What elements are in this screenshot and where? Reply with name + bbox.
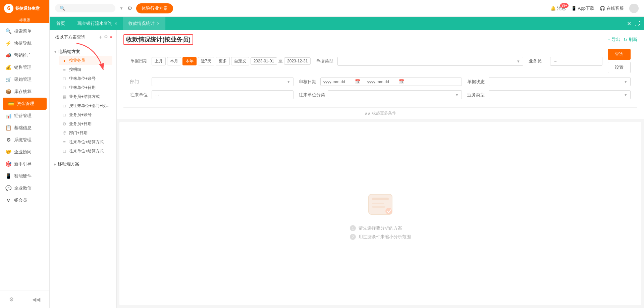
date-to-input[interactable]: 2023-12-31 bbox=[284, 57, 311, 65]
sidebar-item-smart-hw[interactable]: 📱 智能硬件 bbox=[0, 170, 49, 182]
sidebar-item-search[interactable]: 🔍 搜索菜单 bbox=[0, 25, 49, 37]
scheme-item-partner-settlement2[interactable]: □ 往来单位+结算方式 bbox=[59, 147, 112, 156]
scheme-item-by-detail-label: 按明细 bbox=[69, 67, 81, 72]
topbar-search-box[interactable]: 🔍 bbox=[55, 4, 115, 12]
partner-date-icon: □ bbox=[62, 85, 67, 91]
smart-hw-icon: 📱 bbox=[5, 173, 11, 179]
scheme-item-dept-date[interactable]: ⏱ 部门+日期 bbox=[59, 129, 112, 138]
filter-doc-status-select[interactable]: ▾ bbox=[489, 77, 631, 86]
scheme-collapse-btn[interactable]: « bbox=[110, 34, 112, 40]
app-download-label: App下载 bbox=[578, 5, 594, 11]
date-btn-this-month[interactable]: 本月 bbox=[167, 57, 181, 65]
app-download-btn[interactable]: 📱 App下载 bbox=[571, 5, 594, 11]
salesman-date-icon: ⚙ bbox=[62, 121, 67, 127]
edition-label: 标准版 bbox=[0, 17, 49, 23]
filter-salesman-input[interactable]: ··· bbox=[550, 57, 602, 66]
scheme-item-by-detail[interactable]: ≡ 按明细 bbox=[59, 65, 112, 74]
filter-partner-type-select[interactable]: ▾ bbox=[328, 90, 462, 99]
sidebar-collapse-btn[interactable]: ◀◀ bbox=[30, 294, 42, 305]
tab-receipts[interactable]: 收款情况统计 ✕ bbox=[123, 17, 165, 30]
date-range-dash: — bbox=[362, 79, 366, 84]
tab-receipts-close[interactable]: ✕ bbox=[157, 21, 160, 26]
scheme-item-by-salesman[interactable]: ● 按业务员 bbox=[59, 56, 112, 65]
tab-cashflow-close[interactable]: ✕ bbox=[114, 21, 117, 26]
svg-point-5 bbox=[385, 208, 392, 214]
sidebar-label-quick-nav: 快捷导航 bbox=[14, 40, 32, 46]
marketing-icon: 📣 bbox=[5, 52, 11, 58]
scheme-item-salesman-date[interactable]: ⚙ 业务员+日期 bbox=[59, 119, 112, 129]
scheme-item-salesman-settlement[interactable]: ▦ 业务员+结算方式 bbox=[59, 92, 112, 101]
scheme-item-partner-date[interactable]: □ 往来单位+日期 bbox=[59, 83, 112, 92]
date-btn-more[interactable]: 更多 bbox=[216, 57, 230, 65]
filter-partner-input[interactable]: ··· bbox=[152, 90, 293, 99]
sidebar-item-quick-nav[interactable]: ⚡ 快捷导航 bbox=[0, 37, 49, 49]
query-btn[interactable]: 查询 bbox=[608, 49, 631, 60]
export-btn[interactable]: ↑ 导出 bbox=[608, 37, 621, 43]
sidebar-item-system[interactable]: ⚙ 系统管理 bbox=[0, 134, 49, 146]
tab-receipts-label: 收款情况统计 bbox=[128, 20, 155, 27]
export-icon: ↑ bbox=[608, 37, 610, 42]
filter-partner-type-item: 往来单位分类 ▾ bbox=[299, 90, 462, 99]
date-btn-this-year[interactable]: 本年 bbox=[182, 57, 197, 65]
date-btn-last-month[interactable]: 上月 bbox=[152, 57, 166, 65]
sidebar-item-member[interactable]: V 畅会员 bbox=[0, 194, 49, 206]
refresh-btn[interactable]: ↻ 刷新 bbox=[624, 37, 637, 43]
user-avatar[interactable] bbox=[629, 4, 639, 13]
sidebar-item-finance[interactable]: 💳 资金管理 bbox=[3, 98, 47, 110]
tab-home-label: 首页 bbox=[56, 20, 65, 27]
topbar-dropdown[interactable]: ▼ bbox=[119, 6, 123, 11]
date-btn-custom[interactable]: 自定义 bbox=[231, 57, 249, 65]
scheme-item-salesman-account[interactable]: □ 业务员+账号 bbox=[59, 110, 112, 119]
filter-dept-label: 部门 bbox=[130, 79, 149, 85]
ellipsis-icon: ··· bbox=[554, 59, 557, 64]
settings-btn[interactable]: 设置 bbox=[608, 62, 631, 73]
pc-group[interactable]: ▼ 电脑端方案 ● 按业务员 ≡ 按明细 □ bbox=[50, 45, 116, 158]
sidebar-item-marketing[interactable]: 📣 营销推广 bbox=[0, 49, 49, 61]
sidebar-item-sales[interactable]: 💰 销售管理 bbox=[0, 61, 49, 73]
sidebar-item-operations[interactable]: 📊 经营管理 bbox=[0, 110, 49, 122]
hint-text-2: 用过滤条件来缩小分析范围 bbox=[359, 234, 411, 240]
tab-fullscreen-icon[interactable]: ⛶ bbox=[635, 20, 640, 27]
filter-audit-date-range[interactable]: 📅 — 📅 bbox=[320, 78, 462, 86]
mobile-icon: 📱 bbox=[571, 6, 577, 11]
mobile-group-title[interactable]: ▶ 移动端方案 bbox=[54, 160, 112, 168]
messages-btn[interactable]: 🔔 消息 99+ bbox=[550, 5, 566, 11]
topbar-gear-btn[interactable]: ⚙ bbox=[127, 5, 132, 11]
filter-doc-type-select[interactable]: ▾ bbox=[337, 57, 523, 66]
sidebar-item-wechat[interactable]: 💬 企业微信 bbox=[0, 182, 49, 194]
audit-date-from-input[interactable] bbox=[323, 80, 354, 84]
sidebar-item-inventory[interactable]: 📦 库存核算 bbox=[0, 86, 49, 98]
sidebar-label-purchase: 采购管理 bbox=[14, 76, 32, 83]
date-from-input[interactable]: 2023-01-01 bbox=[251, 57, 277, 65]
sidebar-label-wechat: 企业微信 bbox=[14, 185, 32, 191]
filter-biz-type-select[interactable]: ▾ bbox=[489, 90, 631, 99]
filter-dept-select[interactable]: ▾ bbox=[152, 77, 293, 86]
svg-rect-3 bbox=[372, 203, 384, 204]
member-icon: V bbox=[5, 197, 11, 203]
online-service-btn[interactable]: 🎧 在线客服 bbox=[600, 5, 624, 11]
partner-settlement1-icon: ≡ bbox=[62, 140, 67, 145]
tab-close-all-icon[interactable]: ✕ bbox=[627, 20, 631, 27]
sales-icon: 💰 bbox=[5, 64, 11, 70]
date-btn-7days[interactable]: 近7天 bbox=[198, 57, 214, 65]
sidebar-item-basics[interactable]: 📋 基础信息 bbox=[0, 122, 49, 134]
scheme-header-icons: + ⚙ « bbox=[99, 34, 112, 40]
tab-home[interactable]: 首页 bbox=[50, 17, 72, 30]
audit-date-to-input[interactable] bbox=[367, 80, 397, 84]
scheme-item-partner-account[interactable]: □ 往来单位+账号 bbox=[59, 74, 112, 83]
sidebar-item-purchase[interactable]: 🛒 采购管理 bbox=[0, 73, 49, 86]
refresh-label: 刷新 bbox=[629, 37, 637, 43]
sidebar-item-enterprise[interactable]: 🤝 企业协同 bbox=[0, 146, 49, 158]
collapse-bar[interactable]: ∧∧ 收起更多条件 bbox=[123, 107, 637, 119]
scheme-item-partner-date-label: 往来单位+日期 bbox=[69, 85, 96, 91]
sidebar-settings-btn[interactable]: ⚙ bbox=[7, 294, 16, 305]
tab-cashflow[interactable]: 现金银行流水查询 ✕ bbox=[72, 17, 123, 30]
scheme-add-btn[interactable]: + bbox=[99, 34, 102, 40]
scheme-item-partner-settlement1[interactable]: ≡ 往来单位+结算方式 bbox=[59, 138, 112, 147]
bell-icon: 🔔 bbox=[550, 6, 556, 11]
sidebar-item-guide[interactable]: 🎯 新手引导 bbox=[0, 158, 49, 170]
guide-icon: 🎯 bbox=[5, 161, 11, 167]
trial-btn[interactable]: 体验行业方案 bbox=[136, 3, 173, 13]
scheme-settings-btn[interactable]: ⚙ bbox=[104, 34, 108, 40]
scheme-item-partner-dept-recv[interactable]: □ 按往来单位+部门+收... bbox=[59, 101, 112, 110]
